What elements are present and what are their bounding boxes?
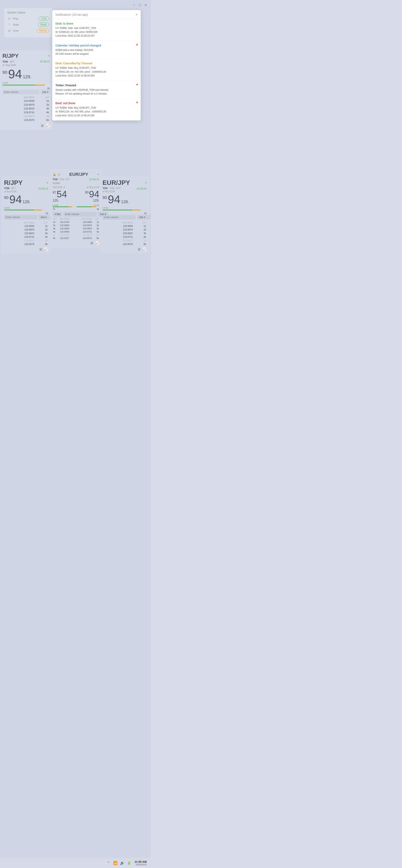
lock-icon: 🔒 [53,173,56,176]
center-limits: Limits Limits [53,204,99,207]
limits-label: Limits [2,82,8,84]
center-eur-jpy-card: 🔒 ◎ EUR/JPY × TOD TOM SPT 23.08.21 RZBM … [50,169,102,248]
top-left-price-main: 94 [8,68,22,80]
volume-input[interactable] [2,90,39,94]
bl-swap-icon: ⇄ [4,190,6,193]
center-chart-icon[interactable]: ▦ [90,241,93,245]
bl-price-super: 90 [4,195,8,200]
bottom-left-price: 90 94 129. [4,194,48,205]
state-icon: ♡ [7,23,11,26]
center-bid-select[interactable]: ▾ Bid [53,212,62,217]
center-price-table: LOT BID PRICE ASK PRICE LOT 1k125.875412… [53,217,99,240]
center-sell-swap-icon: ⇄ [63,186,65,189]
bottom-left-symbol: R/JPY [4,179,23,186]
notification-deal-not-done: Deal: not Done LP: RZBM, Side: Buy, EUR/… [52,99,141,121]
chart-icon[interactable]: ▦ [41,124,44,127]
bid-label: Bid [57,213,60,216]
bl-graph-icon[interactable]: 📈 [44,247,48,251]
notif-not-done-body: LP: RZBM, Side: Buy, EUR/JPY_TOD id: 555… [56,106,137,118]
bl-chart-icon[interactable]: ▦ [39,247,42,251]
sell-limits-val: 7k [53,208,55,211]
tab-spt[interactable]: SPT [10,60,14,63]
sell-price-sub: 125. [53,199,59,203]
table-row: 129.85766k [102,242,147,246]
bl-volume-row: Ask ▾ [4,215,48,220]
table-row: 129.87414k [4,235,48,239]
bottom-left-close-button[interactable]: × [46,181,48,185]
br-price-main: 94 [108,194,120,205]
bl-tab-tom[interactable]: TOM [4,187,9,190]
center-tab-tod[interactable]: TOD [53,178,58,181]
bottom-right-symbol: EUR/JPY [102,179,130,186]
ask-select[interactable]: Ask ▾ [41,90,50,94]
center-sell-buy-labels: Sell EUR ⇄ ⇄ Buy EUR [53,186,99,189]
br-tab-tod[interactable]: TOD [102,187,107,190]
bl-price-table: ASK PRICE LOT 129.90941k 129.89762k 129.… [4,221,48,246]
core-badge: Norma [37,29,49,33]
center-tab-spt[interactable]: SPT [66,178,70,181]
center-date: 23.08.21 [89,178,99,181]
center-buy-swap-icon: ⇄ [87,186,89,189]
center-bid-header: BID PRICE [60,217,75,220]
notifications-close-button[interactable]: × [136,13,137,17]
sell-price-super: 87 [53,191,56,194]
ask-chevron-icon: ▾ [47,91,48,94]
tab-tom[interactable]: TOM [2,60,8,63]
br-ask-select[interactable]: Ask ▾ [137,215,151,220]
center-graph-icon[interactable]: 📈 [95,241,99,245]
notif-ticker-body: Stream card(s) with USD/RUB_TOM was free… [56,88,137,96]
top-left-close-button[interactable]: × [48,54,50,58]
table-row: 129.88323k [2,106,50,111]
br-chart-icon[interactable]: ▦ [138,247,141,251]
center-volume-input[interactable] [63,212,97,217]
graph-icon[interactable]: 📈 [46,124,50,127]
br-price-table: ASK PRICE LOT 129.90941k 129.89762k 129.… [102,221,147,246]
center-ask-chevron-icon: ▾ [105,213,106,216]
nav-up-icon[interactable]: ⌃ [107,861,110,865]
notif-calendar-title: Calendar: Holiday period changed [56,44,137,47]
bl-volume-input[interactable] [4,215,37,220]
notification-deal-done: Deal: is Done LP: RZBM, Side: Sell, EUR/… [52,19,141,41]
bottom-right-close-button[interactable]: × [145,181,147,185]
br-tab-tom[interactable]: TOM [109,187,114,190]
br-graph-icon[interactable]: 📈 [143,247,147,251]
center-bid-ask-controls: ▾ Bid Ask ▾ [53,212,99,217]
br-tab-spt[interactable]: SPT [116,187,121,190]
bl-price-sub: 129. [23,199,31,204]
maximize-button[interactable]: □ [139,3,141,7]
notification-calendar-holiday: Calendar: Holiday period changed RZBM ad… [52,41,141,59]
bottom-right-date: 23.08.21 [136,187,147,190]
table-row: 1k125.8754129.90941k [53,220,99,224]
notif-ticker-title: Ticker: Freezed [56,84,137,87]
state-badge: Great [38,23,49,27]
minimize-button[interactable]: − [133,3,135,7]
volume-row: Ask ▾ [2,90,50,94]
notif-deal-done-title: Deal: is Done [56,22,137,25]
center-close-button[interactable]: × [98,173,99,176]
bl-limits-bar [4,210,48,210]
system-status-title: System Status [7,11,49,14]
notif-deal-done-body: LP: RZBM, Side: Sell, EUR/JPY_TOD id: 51… [56,26,137,38]
bottom-right-direction: ⇄ Buy EUR [102,190,147,193]
bl-lot-header: LOT [35,221,48,224]
lot-header: LOT [35,96,50,99]
center-ask-select[interactable]: Ask ▾ [98,212,108,217]
status-bar-time: 11:00 AM 10/05/2022 [134,860,147,866]
br-volume-row: Ask ▾ [102,215,147,220]
center-card-icons: 🔒 ◎ [53,173,60,176]
close-window-button[interactable]: × [144,3,147,7]
wifi-icon: 📶 [113,861,118,865]
ping-row: ⊙ Ping 2 ms [7,17,49,21]
table-row: 129.86275k [2,114,50,118]
target-icon: ◎ [58,173,60,176]
center-buy-label: Buy EUR [90,186,99,189]
center-ask-header: ASK PRICE [75,217,93,220]
bl-tab-spt[interactable]: SPT [11,187,15,190]
center-tab-tom[interactable]: TOM [59,178,64,181]
ask-price-header: ASK PRICE [2,96,35,99]
notifications-panel: Notifications: (20 sec ago) × Deal: is D… [52,10,141,121]
center-lot2-header: LOT [93,217,99,220]
bottom-left-direction: ⇄ Buy EUR [4,190,48,193]
bl-chevron-icon: ▾ [45,216,47,219]
table-row: 129.87414k [2,111,50,114]
